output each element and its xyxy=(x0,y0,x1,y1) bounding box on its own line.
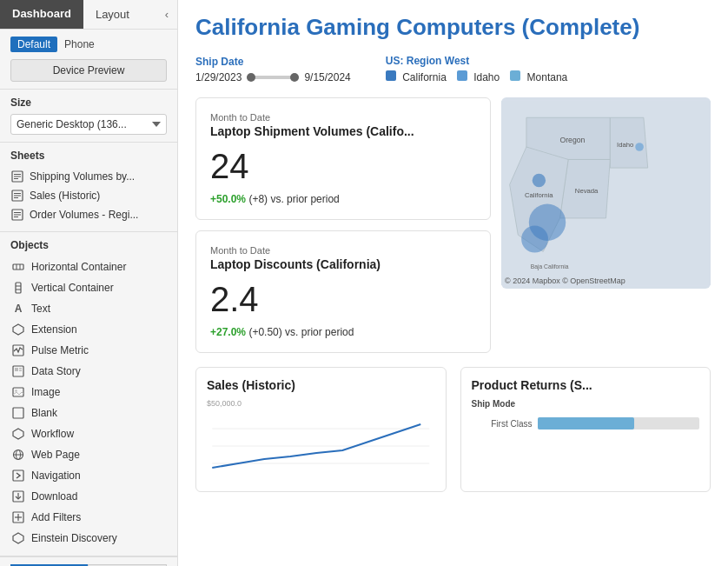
blank-icon xyxy=(10,405,26,421)
object-data-story[interactable]: Data Story xyxy=(10,361,167,382)
svg-marker-27 xyxy=(13,429,23,439)
add-filters-icon xyxy=(10,509,26,525)
vertical-container-icon xyxy=(10,280,26,296)
object-label-einstein-discovery: Einstein Discovery xyxy=(31,532,117,544)
region-montana[interactable]: Montana xyxy=(510,70,567,83)
object-label-pulse-metric: Pulse Metric xyxy=(31,344,89,356)
object-workflow[interactable]: Workflow xyxy=(10,423,167,444)
sheets-section: Sheets Shipping Volumes by... Sales (His… xyxy=(0,143,177,232)
card2-value: 2.4 xyxy=(210,280,476,319)
size-select[interactable]: Generic Desktop (136... xyxy=(10,114,167,135)
slider-thumb-left[interactable] xyxy=(247,73,255,82)
bar-label-first-class: First Class xyxy=(472,419,533,429)
object-add-filters[interactable]: Add Filters xyxy=(10,507,167,528)
region-items: California Idaho Montana xyxy=(386,70,567,83)
cards-column: Month to Date Laptop Shipment Volumes (C… xyxy=(195,97,491,353)
text-icon: A xyxy=(10,301,26,316)
svg-point-45 xyxy=(521,226,548,253)
idaho-label: Idaho xyxy=(473,71,500,83)
svg-marker-18 xyxy=(13,324,23,335)
date-start: 1/29/2023 xyxy=(195,71,242,83)
region-label: US: Region West xyxy=(386,55,567,67)
objects-section: Objects Horizontal Container Vertical Co… xyxy=(0,232,177,556)
card2-change: +27.0% (+0.50) vs. prior period xyxy=(210,326,476,338)
slider-thumb-right[interactable] xyxy=(290,73,299,82)
object-label-vertical-container: Vertical Container xyxy=(31,282,114,294)
object-label-extension: Extension xyxy=(31,323,77,336)
object-text[interactable]: A Text xyxy=(10,298,167,319)
object-web-page[interactable]: Web Page xyxy=(10,444,167,465)
data-story-icon xyxy=(10,363,26,379)
sheet-icon-shipping xyxy=(10,170,24,183)
object-navigation[interactable]: Navigation xyxy=(10,465,167,486)
horizontal-container-icon xyxy=(10,259,26,275)
sheet-item-sales[interactable]: Sales (Historic) xyxy=(10,186,167,205)
svg-text:Nevada: Nevada xyxy=(575,187,599,195)
bottom-row: Sales (Historic) $50,000.0 Product Retur… xyxy=(195,367,711,492)
idaho-dot xyxy=(457,70,467,81)
sidebar: Dashboard Layout ‹ Default Phone Device … xyxy=(0,0,178,566)
object-pulse-metric[interactable]: Pulse Metric xyxy=(10,340,167,361)
montana-label: Montana xyxy=(527,71,568,83)
sales-line-chart xyxy=(207,411,435,481)
svg-rect-1 xyxy=(14,174,21,175)
filters-row: Ship Date 1/29/2023 9/15/2024 US: Region… xyxy=(195,55,711,83)
navigation-icon xyxy=(10,468,26,483)
svg-rect-5 xyxy=(14,193,21,194)
object-image[interactable]: Image xyxy=(10,382,167,403)
object-label-web-page: Web Page xyxy=(31,449,80,461)
card2-subtitle: Month to Date xyxy=(210,245,476,256)
region-filter: US: Region West California Idaho Montana xyxy=(386,55,567,83)
tab-dashboard[interactable]: Dashboard xyxy=(0,0,83,29)
svg-rect-11 xyxy=(14,216,18,217)
region-california[interactable]: California xyxy=(386,70,447,83)
sheet-icon-sales xyxy=(10,189,24,203)
metric-card-discounts: Month to Date Laptop Discounts (Californ… xyxy=(195,230,491,353)
object-label-workflow: Workflow xyxy=(31,428,74,440)
card1-subtitle: Month to Date xyxy=(210,112,476,123)
map-attribution: © 2024 Mapbox © OpenStreetMap xyxy=(505,276,625,285)
sheet-item-orders[interactable]: Order Volumes - Regi... xyxy=(10,205,167,224)
montana-dot xyxy=(510,70,520,81)
product-returns-card: Product Returns (S... Ship Mode First Cl… xyxy=(460,367,711,492)
objects-label: Objects xyxy=(10,239,167,251)
workflow-icon xyxy=(10,426,26,442)
download-icon xyxy=(10,489,26,504)
main-content: California Gaming Computers (Complete) S… xyxy=(178,0,728,566)
device-default[interactable]: Default xyxy=(10,37,57,52)
tab-layout[interactable]: Layout xyxy=(83,1,142,28)
object-label-horizontal-container: Horizontal Container xyxy=(31,261,126,273)
svg-rect-31 xyxy=(13,470,23,481)
sheet-item-shipping[interactable]: Shipping Volumes by... xyxy=(10,167,167,186)
object-blank[interactable]: Blank xyxy=(10,403,167,423)
object-extension[interactable]: Extension xyxy=(10,319,167,340)
object-einstein-discovery[interactable]: Einstein Discovery xyxy=(10,528,167,549)
sheet-label-shipping: Shipping Volumes by... xyxy=(30,170,135,183)
card1-change: +50.0% (+8) vs. prior period xyxy=(210,193,476,205)
ship-mode-label: Ship Mode xyxy=(472,399,700,409)
device-phone[interactable]: Phone xyxy=(57,37,102,52)
svg-point-25 xyxy=(15,390,17,391)
extension-icon xyxy=(10,322,26,337)
sales-historic-card: Sales (Historic) $50,000.0 xyxy=(195,367,447,492)
object-label-download: Download xyxy=(31,490,77,503)
date-slider[interactable] xyxy=(247,76,299,79)
svg-point-46 xyxy=(635,143,644,151)
date-range: 1/29/2023 9/15/2024 xyxy=(195,71,351,83)
collapse-arrow[interactable]: ‹ xyxy=(156,1,177,28)
bottom-section: Tiled Floating Show dashboard title xyxy=(0,556,177,566)
object-horizontal-container[interactable]: Horizontal Container xyxy=(10,256,167,277)
card2-change-pct: +27.0% xyxy=(210,326,246,338)
ship-date-label: Ship Date xyxy=(195,56,351,68)
svg-rect-23 xyxy=(19,370,22,372)
svg-rect-10 xyxy=(14,215,21,216)
bar-track-first-class xyxy=(538,417,700,429)
device-preview-button[interactable]: Device Preview xyxy=(10,59,167,82)
svg-text:Baja California: Baja California xyxy=(531,263,569,270)
object-vertical-container[interactable]: Vertical Container xyxy=(10,277,167,298)
pulse-metric-icon xyxy=(10,343,26,358)
map-visualization: Oregon Idaho Nevada California xyxy=(501,97,711,289)
object-download[interactable]: Download xyxy=(10,486,167,507)
region-idaho[interactable]: Idaho xyxy=(457,70,500,83)
svg-text:Oregon: Oregon xyxy=(559,136,585,144)
